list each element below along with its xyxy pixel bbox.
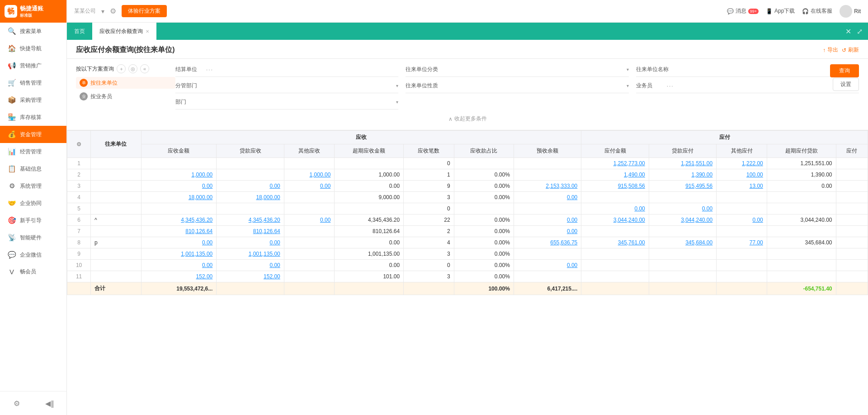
row-ar-prepay[interactable]: 0.00 — [514, 260, 581, 271]
scheme-by-staff[interactable]: 业 按业务员 — [76, 91, 175, 102]
row-ap-amount[interactable]: 915,508.56 — [581, 181, 649, 192]
row-ap-loan[interactable] — [649, 271, 716, 282]
partner-category-input[interactable] — [442, 67, 623, 73]
sidebar-item-wechat[interactable]: 💬 企业微信 — [0, 246, 66, 263]
sidebar-item-search[interactable]: 🔍 搜索菜单 — [0, 23, 66, 40]
tab-expand-icon[interactable]: ⤢ — [857, 27, 863, 36]
row-ar-amount[interactable]: 810,126.64 — [141, 226, 217, 237]
sidebar-item-inventory[interactable]: 🏪 库存核算 — [0, 109, 66, 126]
row-ar-amount[interactable]: 152.00 — [141, 271, 217, 282]
scheme-add-btn[interactable]: ＋ — [117, 64, 126, 73]
row-ap-other[interactable]: 13.00 — [717, 181, 767, 192]
row-ar-amount[interactable]: 4,345,436.20 — [141, 215, 217, 226]
salesperson-dots[interactable]: ··· — [667, 83, 674, 89]
row-ap-loan[interactable]: 0.00 — [649, 203, 716, 215]
sidebar-item-operation[interactable]: 📊 经营管理 — [0, 143, 66, 160]
row-ap-amount[interactable]: 3,044,240.00 — [581, 215, 649, 226]
nav-dropdown-arrow[interactable]: ▾ — [101, 8, 104, 15]
tab-home[interactable]: 首页 — [67, 23, 92, 40]
sidebar-item-member[interactable]: V 畅会员 — [0, 263, 66, 280]
sidebar-item-sales[interactable]: 🛒 销售管理 — [0, 74, 66, 91]
row-ar-other[interactable]: 0.00 — [284, 181, 335, 192]
sidebar-item-guide[interactable]: 🎯 新手引导 — [0, 212, 66, 229]
row-ar-prepay[interactable]: 2,153,333.00 — [514, 181, 581, 192]
row-ap-other[interactable]: 0.00 — [717, 215, 767, 226]
row-ap-amount[interactable] — [581, 271, 649, 282]
table-container[interactable]: ⚙ 往来单位 应收 应付 应收金额 贷款应收 其他应收 超期应收金额 应收笔数 … — [67, 130, 868, 415]
row-ar-amount[interactable] — [141, 158, 217, 169]
row-ap-amount[interactable]: 1,252,773.00 — [581, 158, 649, 169]
app-download-button[interactable]: 📱 App下载 — [766, 7, 795, 15]
row-ar-loan[interactable]: 810,126.64 — [217, 226, 284, 237]
row-ap-amount[interactable]: 0.00 — [581, 203, 649, 215]
partner-category-arrow[interactable]: ▾ — [627, 67, 629, 72]
sidebar-item-finance[interactable]: 💰 资金管理 — [0, 126, 66, 143]
row-ar-other[interactable]: 0.00 — [284, 215, 335, 226]
row-ar-amount[interactable] — [141, 203, 217, 215]
row-ar-amount[interactable]: 0.00 — [141, 181, 217, 192]
row-ap-loan[interactable] — [649, 192, 716, 203]
row-ap-loan[interactable]: 3,044,240.00 — [649, 215, 716, 226]
row-ap-loan[interactable]: 1,251,551.00 — [649, 158, 716, 169]
row-ap-amount[interactable] — [581, 248, 649, 260]
row-ar-amount[interactable]: 1,001,135.00 — [141, 248, 217, 260]
query-button[interactable]: 查询 — [830, 64, 859, 77]
row-ar-loan[interactable]: 0.00 — [217, 237, 284, 248]
row-ar-amount[interactable]: 1,000.00 — [141, 169, 217, 181]
row-ap-other[interactable] — [717, 271, 767, 282]
row-ap-amount[interactable]: 345,761.00 — [581, 237, 649, 248]
sidebar-item-system[interactable]: ⚙ 系统管理 — [0, 177, 66, 195]
row-ar-prepay[interactable]: 0.00 — [514, 226, 581, 237]
row-ar-prepay[interactable]: 0.00 — [514, 192, 581, 203]
dept-manage-arrow[interactable]: ▾ — [396, 83, 398, 88]
row-ap-other[interactable] — [717, 260, 767, 271]
partner-nature-arrow[interactable]: ▾ — [627, 83, 629, 88]
sidebar-item-marketing[interactable]: 📢 营销推广 — [0, 57, 66, 74]
row-ap-loan[interactable]: 915,495.56 — [649, 181, 716, 192]
settlement-unit-dots[interactable]: ··· — [206, 67, 213, 73]
row-ap-other[interactable] — [717, 248, 767, 260]
row-ar-loan[interactable] — [217, 169, 284, 181]
row-ar-prepay[interactable]: 0.00 — [514, 215, 581, 226]
row-ap-loan[interactable]: 345,684.00 — [649, 237, 716, 248]
tab-ar-ap[interactable]: 应收应付余额查询 ✕ — [92, 23, 156, 40]
row-ap-amount[interactable] — [581, 226, 649, 237]
solution-button[interactable]: 体验行业方案 — [122, 5, 167, 17]
row-ap-amount[interactable]: 1,490.00 — [581, 169, 649, 181]
scheme-collapse-btn[interactable]: « — [140, 64, 149, 73]
row-ar-loan[interactable]: 152.00 — [217, 271, 284, 282]
messages-button[interactable]: 💬 消息 99+ — [727, 7, 759, 15]
row-ar-other[interactable]: 1,000.00 — [284, 169, 335, 181]
sidebar-item-hardware[interactable]: 📡 智能硬件 — [0, 229, 66, 246]
dept-arrow[interactable]: ▾ — [396, 100, 398, 105]
row-ar-other[interactable] — [284, 248, 335, 260]
online-service-button[interactable]: 🎧 在线客服 — [802, 7, 832, 15]
row-ar-loan[interactable]: 18,000.00 — [217, 192, 284, 203]
export-button[interactable]: ↑ 导出 — [823, 46, 838, 54]
row-ar-loan[interactable]: 0.00 — [217, 260, 284, 271]
tab-close-all-icon[interactable]: ✕ — [845, 27, 851, 36]
row-ap-amount[interactable] — [581, 260, 649, 271]
refresh-button[interactable]: ↺ 刷新 — [842, 46, 859, 54]
sidebar-item-purchase[interactable]: 📦 采购管理 — [0, 91, 66, 109]
row-ap-other[interactable]: 100.00 — [717, 169, 767, 181]
row-ap-loan[interactable]: 1,390.00 — [649, 169, 716, 181]
row-ar-other[interactable] — [284, 226, 335, 237]
row-ar-other[interactable] — [284, 237, 335, 248]
row-ar-other[interactable] — [284, 203, 335, 215]
sidebar-item-basic[interactable]: 📋 基础信息 — [0, 160, 66, 177]
row-ar-amount[interactable]: 18,000.00 — [141, 192, 217, 203]
row-ar-loan[interactable]: 4,345,436.20 — [217, 215, 284, 226]
row-ap-loan[interactable] — [649, 260, 716, 271]
row-ar-other[interactable] — [284, 158, 335, 169]
row-ap-other[interactable] — [717, 203, 767, 215]
tab-close-icon[interactable]: ✕ — [146, 29, 149, 34]
row-ar-loan[interactable] — [217, 203, 284, 215]
sidebar-collapse-btn[interactable]: ◀‖ — [42, 395, 58, 411]
dept-manage-input[interactable] — [206, 83, 392, 89]
row-ap-other[interactable] — [717, 192, 767, 203]
sidebar-item-quicknav[interactable]: 🏠 快捷导航 — [0, 40, 66, 57]
row-ap-other[interactable]: 77.00 — [717, 237, 767, 248]
dept-input[interactable] — [206, 99, 392, 105]
row-ar-loan[interactable]: 1,001,135.00 — [217, 248, 284, 260]
